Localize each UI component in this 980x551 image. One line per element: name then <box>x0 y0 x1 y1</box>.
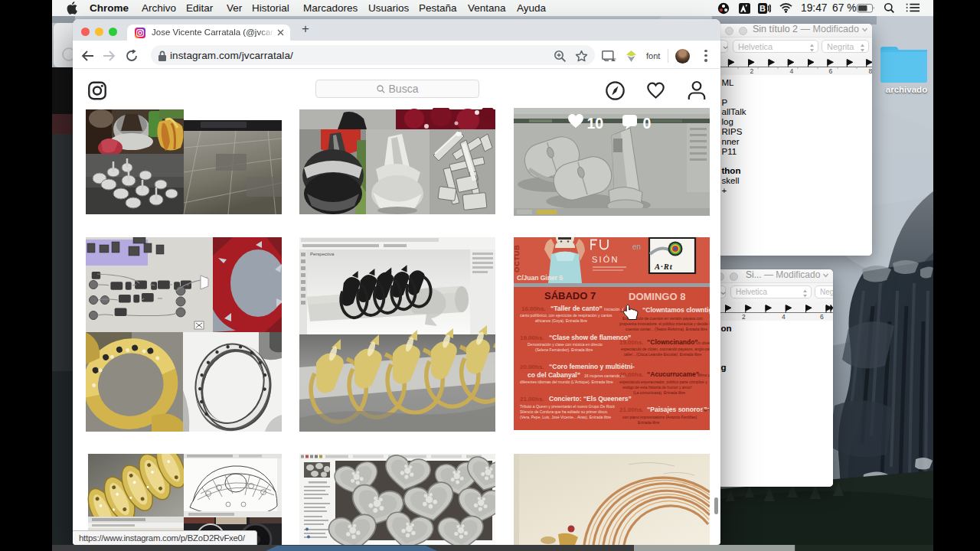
svg-text:6: 6 <box>829 67 833 75</box>
svg-text:SIÓN: SIÓN <box>592 255 619 264</box>
svg-text:diferentes idiomas del mundo (: diferentes idiomas del mundo (L'Antique)… <box>520 380 613 384</box>
svg-text:en: en <box>632 243 641 251</box>
svg-text:(Vera, Pepe, Luis, José Vicent: (Vera, Pepe, Luis, José Vicente... Airas… <box>520 415 611 419</box>
svg-text:“Paisajes sonoros”:: “Paisajes sonoros”: <box>647 406 709 413</box>
svg-text:“Acucurrucame”: “Acucurrucame” <box>647 370 699 378</box>
svg-text:0: 0 <box>643 115 652 132</box>
svg-text:Un divertido: Un divertido <box>696 341 710 345</box>
svg-text:6: 6 <box>820 313 824 321</box>
svg-text:propuesta innovadora: el públi: propuesta innovadora: el público interac… <box>619 321 710 326</box>
svg-text:(La comunicasa). Entrada libre: (La comunicasa). Entrada libre <box>633 390 685 395</box>
svg-text:africanos (Goya). Entrada libr: africanos (Goya). Entrada libre <box>535 318 587 323</box>
svg-text:16.00hs.: 16.00hs. <box>521 305 546 312</box>
svg-text:(Selene Fernández). Entrada li: (Selene Fernández). Entrada libre <box>535 347 593 352</box>
svg-text:Silencio de Cordura que ha edi: Silencio de Cordura que ha editado su pr… <box>520 409 608 414</box>
svg-text:21.00hs.: 21.00hs. <box>520 396 544 403</box>
svg-text:2: 2 <box>750 67 754 75</box>
svg-text:“Clowntamos clowntigo”: “Clowntamos clowntigo” <box>642 306 710 314</box>
svg-text:Concierto: “Els Queeners”: Concierto: “Els Queeners” <box>549 395 632 403</box>
svg-text:Recital de: Recital de <box>702 408 710 412</box>
svg-text:20.00hs.: 20.00hs. <box>520 364 544 370</box>
svg-text:“Taller de canto”: “Taller de canto” <box>550 305 603 312</box>
svg-text:20.00hs.: 20.00hs. <box>619 371 644 378</box>
svg-text:DOMINGO 8: DOMINGO 8 <box>629 291 685 302</box>
svg-text:Demostración y clase con músic: Demostración y clase con música en direc… <box>528 342 603 347</box>
svg-text:cuentos contar... (Teatro Refo: cuentos contar... (Teatro Reforma). Entr… <box>626 327 707 331</box>
svg-text:21.00hs.: 21.00hs. <box>619 406 644 413</box>
svg-text:C/Juan Giner 5: C/Juan Giner 5 <box>517 274 563 282</box>
svg-text:OCTUB: OCTUB <box>514 245 521 272</box>
svg-text:19.00hs.: 19.00hs. <box>619 339 644 346</box>
svg-text:espectáculo de clown, cocinand: espectáculo de clown, cocinando payasos,… <box>621 347 710 351</box>
svg-text:con piano improvisations (Anto: con piano improvisations (Antonio Fontiñ… <box>622 415 697 419</box>
svg-text:co del Cabanyal”: co del Cabanyal” <box>528 371 580 379</box>
svg-text:4: 4 <box>782 313 786 321</box>
svg-text:Mimo y clown,: Mimo y clown, <box>697 373 710 377</box>
svg-text:A·Rt: A·Rt <box>654 262 673 271</box>
svg-text:2: 2 <box>742 313 746 321</box>
svg-text:Entrada libre: Entrada libre <box>638 420 660 425</box>
svg-text:19.00hs.: 19.00hs. <box>520 334 544 341</box>
svg-text:“Clowncinando”: “Clowncinando” <box>647 338 698 346</box>
svg-text:B: B <box>760 4 766 13</box>
svg-text:4: 4 <box>790 67 794 75</box>
svg-text:Tributo a Queen y presentarán: Tributo a Queen y presentarán el nuevo G… <box>520 404 616 409</box>
svg-text:espectáculo esperanzador, públ: espectáculo esperanzador, público parte … <box>619 380 707 384</box>
svg-text:10: 10 <box>587 115 604 132</box>
svg-text:8: 8 <box>869 67 873 75</box>
svg-text:canto polifónico, con ejercici: canto polifónico, con ejercicios de resp… <box>520 313 612 318</box>
svg-text:testigo de esta historia de hu: testigo de esta historia de humor y amor… <box>622 385 692 390</box>
svg-text:Perspectiva: Perspectiva <box>310 252 335 256</box>
svg-text:taller... (Cloca Leandre Escol: taller... (Cloca Leandre Escolar). Entra… <box>624 352 701 357</box>
svg-text:“Coro femenino y multiétni-: “Coro femenino y multiétni- <box>549 363 635 370</box>
svg-text:SÁBADO 7: SÁBADO 7 <box>544 290 596 302</box>
